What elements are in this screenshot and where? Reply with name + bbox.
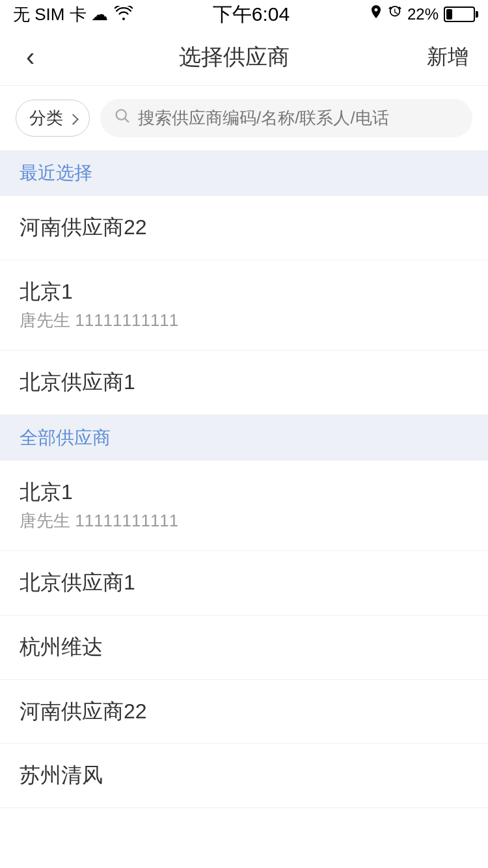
item-sub: 唐先生 11111111111 — [20, 509, 468, 532]
item-name: 北京供应商1 — [20, 369, 468, 396]
list-item[interactable]: 河南供应商22 — [0, 196, 488, 260]
list-item[interactable]: 北京供应商1 — [0, 351, 488, 415]
all-section-label: 全部供应商 — [20, 427, 111, 448]
wifi-icon — [115, 5, 133, 25]
back-button[interactable]: ‹ — [20, 36, 41, 78]
status-right: 22% — [370, 5, 475, 23]
list-item[interactable]: 杭州维达 — [0, 616, 488, 680]
item-name: 河南供应商22 — [20, 214, 468, 241]
filter-bar: 分类 — [0, 86, 488, 150]
recent-section-label: 最近选择 — [20, 163, 92, 183]
item-name: 北京1 — [20, 278, 468, 306]
item-name: 北京供应商1 — [20, 569, 468, 597]
all-section-header: 全部供应商 — [0, 415, 488, 461]
search-input[interactable] — [138, 108, 459, 128]
list-item[interactable]: 北京1唐先生 11111111111 — [0, 461, 488, 552]
sim-status: 无 SIM 卡 ☁ — [13, 3, 108, 26]
page-title: 选择供应商 — [179, 42, 290, 72]
location-icon — [370, 5, 383, 23]
list-item[interactable]: 北京供应商1 — [0, 551, 488, 616]
item-name: 苏州清风 — [20, 762, 468, 789]
list-item[interactable]: 河南供应商22 — [0, 680, 488, 744]
category-label: 分类 — [29, 107, 63, 129]
search-icon — [113, 107, 131, 129]
status-bar: 无 SIM 卡 ☁ 下午6:04 22% — [0, 0, 488, 29]
add-button[interactable]: 新增 — [427, 43, 468, 72]
recent-section-header: 最近选择 — [0, 150, 488, 196]
all-list: 北京1唐先生 11111111111北京供应商1杭州维达河南供应商22苏州清风 — [0, 461, 488, 808]
battery-percentage: 22% — [407, 5, 439, 23]
item-name: 杭州维达 — [20, 634, 468, 661]
list-item[interactable]: 北京1唐先生 11111111111 — [0, 260, 488, 351]
nav-bar: ‹ 选择供应商 新增 — [0, 29, 488, 86]
item-sub: 唐先生 11111111111 — [20, 309, 468, 332]
item-name: 北京1 — [20, 479, 468, 506]
status-left: 无 SIM 卡 ☁ — [13, 3, 133, 26]
item-name: 河南供应商22 — [20, 698, 468, 726]
list-item[interactable]: 苏州清风 — [0, 744, 488, 808]
search-box[interactable] — [100, 99, 472, 137]
chevron-right-icon — [68, 113, 79, 124]
status-time: 下午6:04 — [213, 1, 290, 28]
recent-list: 河南供应商22北京1唐先生 11111111111北京供应商1 — [0, 196, 488, 415]
category-filter[interactable]: 分类 — [16, 100, 90, 137]
alarm-icon — [388, 5, 402, 23]
battery-icon — [444, 7, 475, 22]
